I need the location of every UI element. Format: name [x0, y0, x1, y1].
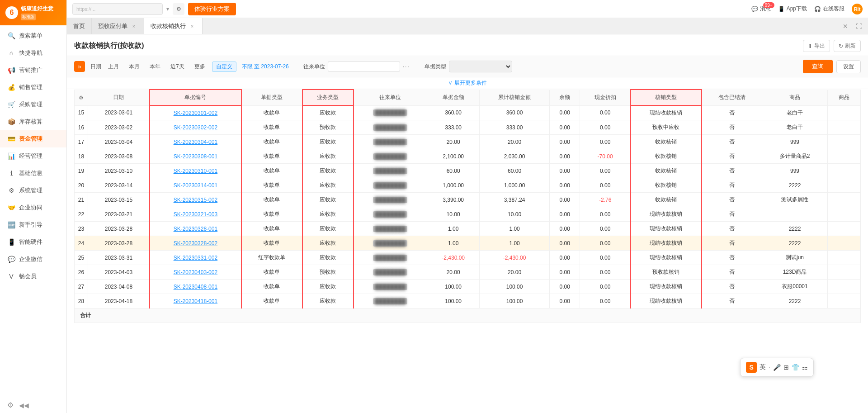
cell-product2	[828, 251, 861, 265]
cell-bill-type: 收款单	[241, 135, 302, 149]
cell-no: 24	[75, 236, 88, 251]
sidebar-item-marketing[interactable]: 📢营销推广	[0, 62, 66, 79]
cell-no: 26	[75, 265, 88, 280]
filter-toggle-button[interactable]: »	[74, 61, 85, 72]
sidebar-item-inventory[interactable]: 📦库存核算	[0, 113, 66, 130]
sidebar-item-corp[interactable]: 🤝企业协同	[0, 199, 66, 216]
tab-fullscreen-icon[interactable]: ⛶	[854, 21, 864, 32]
cell-date: 2023-03-21	[88, 207, 150, 222]
date-last-month-btn[interactable]: 上月	[104, 62, 123, 72]
bill-no-link[interactable]: SK-20230308-001	[174, 153, 217, 160]
partner-filter-input[interactable]	[328, 61, 400, 72]
bill-no-link[interactable]: SK-20230315-002	[174, 197, 217, 203]
user-avatar[interactable]: Rit	[852, 4, 863, 14]
expand-more-conditions[interactable]: ∨ 展开更多条件	[67, 77, 868, 89]
app-download-btn[interactable]: 📱 App下载	[778, 5, 807, 13]
sidebar-item-hardware[interactable]: 📱智能硬件	[0, 233, 66, 251]
tab-prepay-close-icon[interactable]: ×	[130, 23, 137, 30]
sidebar-item-purchase[interactable]: 🛒采购管理	[0, 96, 66, 113]
settings-gear-icon[interactable]: ⚙	[173, 3, 184, 15]
cell-balance: 0.00	[549, 236, 580, 251]
date-this-year-btn[interactable]: 本年	[146, 62, 165, 72]
total-label: 合计	[75, 309, 861, 323]
url-bar[interactable]: https://...	[72, 3, 163, 15]
bill-type-filter-select[interactable]	[449, 61, 512, 72]
bill-no-link[interactable]: SK-20230301-002	[174, 110, 217, 116]
sidebar-item-basic[interactable]: ℹ基础信息	[0, 165, 66, 182]
sidebar-item-system[interactable]: ⚙系统管理	[0, 182, 66, 199]
th-bill-no: 单据编号	[150, 90, 241, 105]
cell-date: 2023-03-10	[88, 164, 150, 178]
cell-product: 2222	[762, 236, 827, 251]
table-total-row: 合计	[75, 309, 861, 323]
sidebar-item-member[interactable]: V畅会员	[0, 268, 66, 285]
table-settings-button[interactable]: 设置	[836, 60, 861, 73]
bill-no-link[interactable]: SK-20230321-003	[174, 211, 217, 218]
watermark-text-icon: 英	[760, 363, 766, 371]
page-title: 收款核销执行(按收款)	[74, 41, 144, 51]
message-btn[interactable]: 💬 消息 99+	[751, 5, 771, 13]
cell-partner: ████████	[354, 236, 427, 251]
tab-prepay[interactable]: 预收应付单 ×	[92, 18, 144, 34]
cell-date: 2023-04-08	[88, 280, 150, 294]
date-7days-btn[interactable]: 近7天	[166, 62, 189, 72]
cell-biz-type: 应收款	[302, 178, 354, 193]
tab-home[interactable]: 首页	[67, 18, 92, 34]
bill-no-link[interactable]: SK-20230328-001	[174, 226, 217, 232]
cell-date: 2023-03-31	[88, 251, 150, 265]
date-more-btn[interactable]: 更多	[190, 62, 209, 72]
cell-bill-amount: 60.00	[427, 164, 480, 178]
sidebar-item-finance[interactable]: 💳资金管理	[0, 130, 66, 147]
table-row: 19 2023-03-10 SK-20230310-001 收款单 应收款 ██…	[75, 164, 861, 178]
tab-verify[interactable]: 收款核销执行 ×	[144, 18, 203, 34]
cell-bill-no: SK-20230302-002	[150, 120, 241, 135]
cell-no: 22	[75, 207, 88, 222]
sidebar-item-guide[interactable]: 🆕新手引导	[0, 216, 66, 233]
tab-verify-close-icon[interactable]: ×	[189, 23, 196, 30]
bill-type-filter-label: 单据类型	[425, 63, 446, 71]
online-service-btn[interactable]: 🎧 在线客服	[814, 5, 844, 13]
cell-partner: ████████	[354, 207, 427, 222]
cell-product2	[828, 222, 861, 236]
export-button[interactable]: ⬆ 导出	[803, 40, 830, 52]
cell-partner: ████████	[354, 135, 427, 149]
cell-verify-type: 现结收款核销	[631, 207, 702, 222]
refresh-button[interactable]: ↻ 刷新	[834, 40, 861, 52]
cell-cum-verify: 100.00	[480, 294, 550, 309]
cell-no: 27	[75, 280, 88, 294]
settings-icon[interactable]: ⚙	[7, 401, 14, 409]
partner-filter-dots[interactable]: ···	[403, 63, 410, 70]
bill-no-link[interactable]: SK-20230310-001	[174, 168, 217, 174]
cell-biz-type: 应收款	[302, 164, 354, 178]
cell-product: 老白干	[762, 105, 827, 120]
bill-no-link[interactable]: SK-20230408-001	[174, 284, 217, 290]
bill-no-link[interactable]: SK-20230314-001	[174, 182, 217, 189]
bill-no-link[interactable]: SK-20230302-002	[174, 124, 217, 131]
bill-no-link[interactable]: SK-20230328-002	[174, 240, 217, 247]
date-this-month-btn[interactable]: 本月	[125, 62, 144, 72]
sidebar-item-operation[interactable]: 📊经营管理	[0, 147, 66, 165]
sidebar-item-search[interactable]: 🔍搜索菜单	[0, 27, 66, 44]
industry-btn[interactable]: 体验行业方案	[188, 3, 236, 15]
bill-no-link[interactable]: SK-20230331-002	[174, 255, 217, 261]
url-chevron-icon[interactable]: ▾	[166, 6, 169, 12]
bill-no-link[interactable]: SK-20230418-001	[174, 298, 217, 304]
collapse-icon[interactable]: ◀◀	[19, 402, 29, 409]
bill-no-link[interactable]: SK-20230403-002	[174, 269, 217, 275]
sidebar-item-wechat[interactable]: 💬企业微信	[0, 251, 66, 268]
cell-cash-discount: -70.00	[580, 149, 631, 164]
date-custom-btn[interactable]: 自定义	[212, 62, 236, 72]
sidebar-item-quick[interactable]: ⌂快捷导航	[0, 44, 66, 62]
sidebar-bottom[interactable]: ⚙ ◀◀	[0, 397, 66, 413]
cell-product: 多计量商品2	[762, 149, 827, 164]
cell-include-settled: 否	[702, 236, 762, 251]
query-button[interactable]: 查询	[803, 60, 833, 73]
tab-close-all-icon[interactable]: ✕	[840, 21, 851, 32]
sidebar-item-sales[interactable]: 💰销售管理	[0, 79, 66, 96]
cell-bill-no: SK-20230403-002	[150, 265, 241, 280]
sidebar-label-purchase: 采购管理	[19, 100, 42, 109]
cell-product2	[828, 280, 861, 294]
cell-bill-amount: 333.00	[427, 120, 480, 135]
cell-bill-amount: 20.00	[427, 135, 480, 149]
bill-no-link[interactable]: SK-20230304-001	[174, 139, 217, 145]
